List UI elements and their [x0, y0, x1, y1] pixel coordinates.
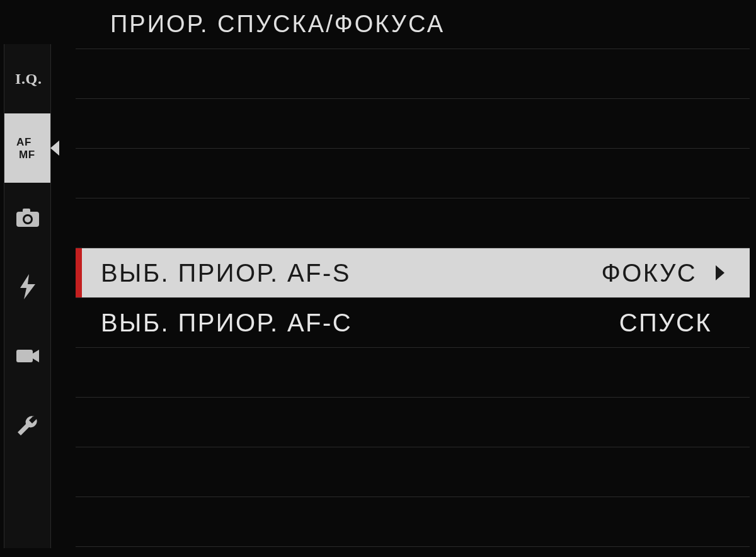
row-value: ФОКУС	[601, 259, 697, 287]
menu-row-empty	[76, 447, 750, 497]
iq-icon: I.Q.	[13, 64, 43, 94]
row-label: ВЫБ. ПРИОР. AF-S	[101, 259, 601, 287]
category-rail: I.Q. AF MF	[4, 44, 51, 548]
svg-text:I.Q.: I.Q.	[15, 71, 42, 87]
flash-icon	[13, 272, 43, 302]
svg-marker-9	[33, 350, 39, 362]
af-mf-icon: AF MF	[13, 133, 43, 163]
row-label: ВЫБ. ПРИОР. AF-C	[101, 309, 619, 337]
camera-icon	[13, 202, 43, 233]
page-title: ПРИОР. СПУСКА/ФОКУСА	[110, 11, 445, 38]
svg-text:MF: MF	[19, 149, 35, 161]
menu-content: ВЫБ. ПРИОР. AF-S ФОКУС ВЫБ. ПРИОР. AF-C …	[76, 49, 750, 549]
menu-row-empty	[76, 49, 750, 99]
menu-row-empty	[76, 348, 750, 398]
rail-indicator	[50, 141, 59, 156]
menu-row-afs-priority[interactable]: ВЫБ. ПРИОР. AF-S ФОКУС	[76, 248, 750, 298]
menu-row-empty	[76, 99, 750, 149]
rail-af-mf[interactable]: AF MF	[4, 113, 50, 183]
camera-menu-screen: ПРИОР. СПУСКА/ФОКУСА I.Q. AF MF	[0, 0, 756, 557]
rail-setup[interactable]	[4, 391, 50, 460]
wrench-icon	[13, 410, 43, 440]
menu-row-empty	[76, 497, 750, 547]
svg-rect-4	[23, 209, 30, 213]
menu-row-afc-priority[interactable]: ВЫБ. ПРИОР. AF-C СПУСК	[76, 298, 750, 348]
rail-video[interactable]	[4, 321, 50, 391]
svg-text:AF: AF	[16, 136, 32, 148]
menu-row-empty	[76, 198, 750, 248]
menu-header: ПРИОР. СПУСКА/ФОКУСА	[76, 0, 750, 49]
chevron-right-icon	[716, 265, 724, 280]
svg-rect-8	[16, 350, 33, 362]
svg-marker-7	[20, 274, 35, 299]
menu-row-empty	[76, 398, 750, 447]
rail-shooting[interactable]	[4, 183, 50, 252]
rail-iq[interactable]: I.Q.	[4, 44, 50, 113]
rail-flash[interactable]	[4, 252, 50, 321]
svg-point-6	[25, 216, 31, 222]
video-icon	[13, 341, 43, 371]
menu-row-empty	[76, 149, 750, 198]
row-value: СПУСК	[619, 309, 712, 337]
